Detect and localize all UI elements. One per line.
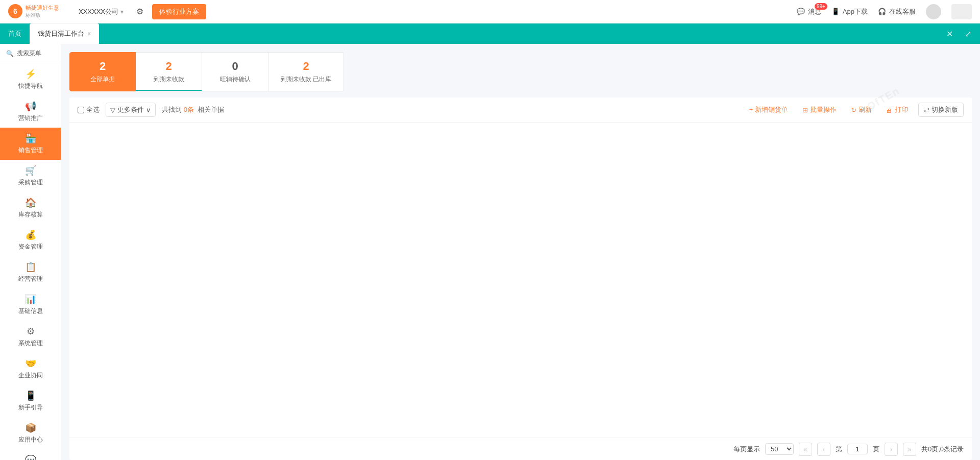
related-link[interactable]: 相关单据 — [198, 106, 224, 113]
basic-info-icon: 📊 — [25, 294, 36, 305]
sales-icon: 🏪 — [25, 133, 36, 144]
print-button[interactable]: 🖨 打印 — [882, 103, 912, 116]
batch-button[interactable]: ⊞ 批量操作 — [798, 103, 841, 116]
quick-nav-icon: ⚡ — [25, 68, 36, 80]
switch-icon: ⇄ — [924, 106, 929, 114]
sidebar-item-label: 销售管理 — [18, 146, 43, 155]
company-selector[interactable]: XXXXXX公司 ▾ — [75, 5, 128, 18]
summary-card-overdue[interactable]: 2 到期未收款 — [136, 52, 202, 91]
tab-close-button[interactable]: ✕ — [942, 27, 957, 41]
sidebar-item-system[interactable]: ⚙ 系统管理 — [0, 321, 61, 353]
inventory-icon: 🏠 — [25, 197, 36, 208]
wechat-icon: 💬 — [25, 454, 36, 460]
sidebar: 🔍 搜索菜单 ⚡ 快捷导航 📢 营销推广 🏪 销售管理 🛒 采购管理 🏠 库存核… — [0, 44, 61, 460]
tab-bar: 首页 钱货日清工作台 × ✕ ⤢ — [0, 23, 980, 44]
search-menu-label: 搜索菜单 — [17, 49, 41, 58]
sidebar-item-label: 库存核算 — [18, 210, 43, 219]
message-badge: 99+ — [815, 3, 827, 10]
pagination: 每页显示 50 10 20 100 « ‹ 第 页 › » 共0页,0条记录 — [69, 438, 972, 460]
avatar[interactable] — [926, 4, 941, 19]
sidebar-item-label: 应用中心 — [18, 435, 43, 444]
sidebar-item-wechat[interactable]: 💬 企业微信 — [0, 449, 61, 460]
system-icon: ⚙ — [27, 326, 35, 337]
card-label-overdue: 到期未收款 — [154, 75, 184, 84]
select-all-label: 全选 — [86, 105, 100, 114]
logo-text: 畅捷通好生意 — [26, 4, 59, 11]
guide-icon: 📱 — [25, 390, 36, 401]
purchase-icon: 🛒 — [25, 165, 36, 176]
switch-button[interactable]: ⇄ 切换新版 — [918, 103, 964, 117]
toolbar-left: 全选 ▽ 更多条件 ∨ 共找到 0条 相关单据 — [78, 103, 739, 117]
app-center-icon: 📦 — [25, 422, 36, 433]
top-header: 6 畅捷通好生意 标准版 XXXXXX公司 ▾ ⚙ 体验行业方案 💬 消息 99… — [0, 0, 980, 23]
sidebar-item-marketing[interactable]: 📢 营销推广 — [0, 95, 61, 128]
filter-icon: ▽ — [110, 106, 115, 114]
card-label-pending: 旺辅待确认 — [220, 75, 251, 84]
next-page-button[interactable]: › — [885, 443, 898, 456]
prev-page-icon: ‹ — [823, 445, 825, 453]
summary-card-all[interactable]: 2 全部单据 — [69, 52, 136, 91]
tab-close-icon[interactable]: × — [87, 30, 91, 37]
company-name: XXXXXX公司 — [79, 7, 118, 16]
sidebar-item-app-center[interactable]: 📦 应用中心 — [0, 417, 61, 449]
select-all-checkbox[interactable]: 全选 — [78, 105, 100, 114]
sidebar-item-label: 基础信息 — [18, 307, 43, 316]
select-all-input[interactable] — [78, 107, 84, 113]
tab-home[interactable]: 首页 — [0, 23, 30, 44]
sidebar-item-inventory[interactable]: 🏠 库存核算 — [0, 192, 61, 224]
batch-icon: ⊞ — [802, 106, 808, 114]
tab-bar-actions: ✕ ⤢ — [942, 27, 980, 41]
add-button[interactable]: + 新增销货单 — [745, 103, 792, 116]
app-download-button[interactable]: 📱 App下载 — [831, 7, 868, 16]
page-input[interactable] — [847, 444, 868, 454]
tab-active[interactable]: 钱货日清工作台 × — [30, 23, 99, 44]
search-menu-item[interactable]: 🔍 搜索菜单 — [0, 44, 61, 63]
summary-cards: 2 全部单据 2 到期未收款 0 旺辅待确认 2 到期未收款 已出库 — [61, 44, 980, 91]
user-menu[interactable] — [951, 4, 972, 19]
refresh-button[interactable]: ↻ 刷新 — [847, 103, 876, 116]
sidebar-item-basic-info[interactable]: 📊 基础信息 — [0, 288, 61, 321]
summary-card-overdue-out[interactable]: 2 到期未收款 已出库 — [268, 52, 344, 91]
search-icon: 🔍 — [6, 50, 14, 57]
print-icon: 🖨 — [886, 106, 893, 114]
service-icon: 🎧 — [878, 8, 886, 15]
page-label: 第 — [836, 445, 842, 454]
table-area — [69, 123, 972, 438]
total-info: 共0页,0条记录 — [921, 445, 964, 454]
sidebar-item-label: 采购管理 — [18, 178, 43, 187]
toolbar-right: + 新增销货单 ⊞ 批量操作 ↻ 刷新 🖨 打印 ⇄ 切换新版 — [745, 103, 964, 117]
settings-button[interactable]: ⚙ — [133, 5, 147, 19]
found-text: 共找到 0条 相关单据 — [162, 105, 224, 114]
marketing-icon: 📢 — [25, 101, 36, 112]
message-button[interactable]: 💬 消息 99+ — [797, 7, 821, 16]
card-label-overdue-out: 到期未收款 已出库 — [281, 75, 331, 84]
chevron-down-icon: ▾ — [120, 8, 124, 15]
sidebar-item-label: 资金管理 — [18, 243, 43, 251]
trial-button[interactable]: 体验行业方案 — [152, 4, 206, 19]
logo-icon: 6 — [8, 4, 22, 18]
first-page-icon: « — [803, 445, 807, 453]
sidebar-item-label: 企业协同 — [18, 371, 43, 380]
sidebar-item-label: 经营管理 — [18, 275, 43, 283]
sidebar-item-quick-nav[interactable]: ⚡ 快捷导航 — [0, 63, 61, 95]
page-size-label: 每页显示 — [733, 445, 760, 454]
filter-button[interactable]: ▽ 更多条件 ∨ — [106, 103, 156, 117]
sidebar-item-label: 营销推广 — [18, 114, 43, 123]
last-page-button[interactable]: » — [903, 443, 916, 456]
summary-card-pending[interactable]: 0 旺辅待确认 — [202, 52, 268, 91]
online-service-button[interactable]: 🎧 在线客服 — [878, 7, 916, 16]
card-count-overdue: 2 — [165, 60, 172, 73]
expand-icon: ⤢ — [965, 29, 971, 39]
sidebar-item-cooperation[interactable]: 🤝 企业协同 — [0, 353, 61, 385]
page-size-select[interactable]: 50 10 20 100 — [765, 443, 794, 455]
sidebar-item-guide[interactable]: 📱 新手引导 — [0, 385, 61, 417]
first-page-button[interactable]: « — [799, 443, 812, 456]
sidebar-item-operations[interactable]: 📋 经营管理 — [0, 256, 61, 288]
sidebar-item-finance[interactable]: 💰 资金管理 — [0, 224, 61, 256]
sidebar-item-label: 快捷导航 — [18, 82, 43, 90]
tab-expand-button[interactable]: ⤢ — [961, 27, 975, 41]
sidebar-item-purchase[interactable]: 🛒 采购管理 — [0, 160, 61, 192]
card-count-all: 2 — [100, 60, 106, 73]
sidebar-item-sales[interactable]: 🏪 销售管理 — [0, 128, 61, 160]
prev-page-button[interactable]: ‹ — [817, 443, 830, 456]
